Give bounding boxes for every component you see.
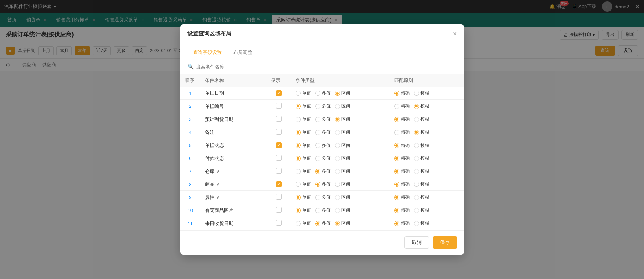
row-order: 9 xyxy=(189,194,191,200)
th-order: 顺序 xyxy=(180,74,201,87)
table-row: 11来日收货日期单值多值区间精确模糊 xyxy=(180,217,464,230)
row-rule: 精确模糊 xyxy=(390,87,464,100)
table-row: 2单据编号单值多值区间精确模糊 xyxy=(180,100,464,113)
th-type: 条件类型 xyxy=(291,74,390,87)
table-row: 1单据日期✓单值多值区间精确模糊 xyxy=(180,87,464,100)
modal-tab-fields[interactable]: 查询字段设置 xyxy=(187,46,228,59)
row-name: 属性 ∨ xyxy=(201,191,266,204)
row-rule: 精确模糊 xyxy=(390,165,464,178)
row-rule: 精确模糊 xyxy=(390,126,464,139)
search-input[interactable] xyxy=(196,64,260,70)
row-name: 单据状态 xyxy=(201,139,266,152)
row-name: 预计到货日期 xyxy=(201,113,266,126)
row-order: 4 xyxy=(189,130,191,135)
row-rule: 精确模糊 xyxy=(390,113,464,126)
modal-dialog: 设置查询区域布局 × 查询字段设置 布局调整 🔍 顺序 xyxy=(180,24,464,255)
table-row: 9属性 ∨单值多值区间精确模糊 xyxy=(180,191,464,204)
row-name: 有无商品图片 xyxy=(201,204,266,217)
row-order: 8 xyxy=(189,182,191,187)
row-rule: 精确模糊 xyxy=(390,204,464,217)
show-checkbox[interactable] xyxy=(276,129,282,135)
table-row: 8商品 ∨✓单值多值区间精确模糊 xyxy=(180,178,464,191)
row-rule: 精确模糊 xyxy=(390,152,464,165)
row-order: 6 xyxy=(189,156,191,161)
cancel-button[interactable]: 取消 xyxy=(404,236,429,249)
table-row: 5单据状态✓单值多值区间精确模糊 xyxy=(180,139,464,152)
th-rule: 匹配原则 xyxy=(390,74,464,87)
modal-search-area: 🔍 xyxy=(180,59,464,74)
table-row: 7仓库 ∨单值多值区间精确模糊 xyxy=(180,165,464,178)
row-type: 单值多值区间 xyxy=(291,217,390,230)
modal-tabs: 查询字段设置 布局调整 xyxy=(180,42,464,59)
row-order: 2 xyxy=(189,103,191,109)
row-type: 单值多值区间 xyxy=(291,152,390,165)
row-type: 单值多值区间 xyxy=(291,191,390,204)
show-checkbox[interactable] xyxy=(276,116,282,122)
row-type: 单值多值区间 xyxy=(291,139,390,152)
row-name: 备注 xyxy=(201,126,266,139)
table-row: 4备注单值多值区间精确模糊 xyxy=(180,126,464,139)
show-checkbox[interactable] xyxy=(276,194,282,200)
row-rule: 精确模糊 xyxy=(390,191,464,204)
row-type: 单值多值区间 xyxy=(291,100,390,113)
modal-header: 设置查询区域布局 × xyxy=(180,24,464,42)
modal-close-button[interactable]: × xyxy=(453,31,457,37)
config-table: 顺序 条件名称 显示 条件类型 匹配原则 1单据日期✓单值多值区间精确模糊2单据… xyxy=(180,74,464,230)
row-rule: 精确模糊 xyxy=(390,217,464,230)
row-name: 单据编号 xyxy=(201,100,266,113)
show-checkbox[interactable]: ✓ xyxy=(276,181,282,187)
row-name: 来日收货日期 xyxy=(201,217,266,230)
row-type: 单值多值区间 xyxy=(291,178,390,191)
search-icon: 🔍 xyxy=(187,64,194,70)
row-type: 单值多值区间 xyxy=(291,87,390,100)
table-row: 10有无商品图片单值多值区间精确模糊 xyxy=(180,204,464,217)
row-type: 单值多值区间 xyxy=(291,126,390,139)
row-order: 5 xyxy=(189,143,191,148)
show-checkbox[interactable] xyxy=(276,220,282,226)
show-checkbox[interactable] xyxy=(276,103,282,109)
row-order: 1 xyxy=(189,91,191,96)
modal-title: 设置查询区域布局 xyxy=(187,30,231,37)
row-type: 单值多值区间 xyxy=(291,165,390,178)
show-checkbox[interactable] xyxy=(276,168,282,174)
search-input-wrap: 🔍 xyxy=(187,64,260,71)
row-order: 7 xyxy=(189,169,191,174)
row-rule: 精确模糊 xyxy=(390,100,464,113)
th-name: 条件名称 xyxy=(201,74,266,87)
table-row: 6付款状态单值多值区间精确模糊 xyxy=(180,152,464,165)
row-name: 商品 ∨ xyxy=(201,178,266,191)
row-name: 付款状态 xyxy=(201,152,266,165)
row-rule: 精确模糊 xyxy=(390,139,464,152)
row-type: 单值多值区间 xyxy=(291,113,390,126)
row-order: 11 xyxy=(188,221,193,226)
show-checkbox[interactable] xyxy=(276,207,282,213)
show-checkbox[interactable]: ✓ xyxy=(276,142,282,148)
row-order: 10 xyxy=(188,208,193,213)
row-type: 单值多值区间 xyxy=(291,204,390,217)
modal-tab-layout[interactable]: 布局调整 xyxy=(228,46,258,59)
save-button[interactable]: 保存 xyxy=(433,236,457,249)
show-checkbox[interactable] xyxy=(276,155,282,161)
th-show: 显示 xyxy=(266,74,291,87)
table-row: 3预计到货日期单值多值区间精确模糊 xyxy=(180,113,464,126)
show-checkbox[interactable]: ✓ xyxy=(276,90,282,96)
modal-footer: 取消 保存 xyxy=(180,230,464,255)
modal-overlay[interactable]: 设置查询区域布局 × 查询字段设置 布局调整 🔍 顺序 xyxy=(0,0,644,279)
row-name: 单据日期 xyxy=(201,87,266,100)
row-rule: 精确模糊 xyxy=(390,178,464,191)
row-name: 仓库 ∨ xyxy=(201,165,266,178)
row-order: 3 xyxy=(189,117,191,122)
